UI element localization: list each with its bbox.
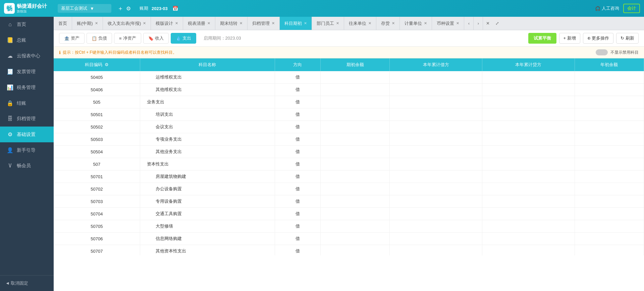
table-row[interactable]: 50701 房屋建筑物购建 借 — [54, 171, 644, 183]
cell-ytd-credit — [482, 71, 575, 84]
col-settings-icon[interactable]: ⚙ — [105, 62, 109, 67]
tab-unit[interactable]: 计量单位 ✕ — [400, 17, 432, 30]
sidebar-item-tax[interactable]: 📊 税务管理 — [0, 80, 54, 95]
project-selector[interactable]: 基层工会测试 ▼ — [58, 4, 111, 13]
sidebar-item-invoice[interactable]: 🧾 发票管理 — [0, 64, 54, 80]
cell-dir: 借 — [275, 183, 321, 195]
cell-code: 50504 — [54, 146, 140, 158]
table-container[interactable]: 科目编码 ⚙ 科目名称 方向 期初余额 本年累计借方 本年累计贷方 年初余额 5… — [54, 58, 644, 255]
table-row[interactable]: 50502 会议支出 借 — [54, 121, 644, 133]
cell-code: 50501 — [54, 108, 140, 121]
cell-year-opening — [575, 133, 644, 146]
refresh-button[interactable]: ↻ 刷新 — [616, 33, 639, 44]
close-icon[interactable]: ✕ — [392, 21, 395, 26]
cat-tab-liability[interactable]: 📋 负债 — [87, 33, 112, 44]
tab-currency[interactable]: 币种设置 ✕ — [432, 17, 464, 30]
col-year-opening: 年初余额 — [575, 58, 644, 71]
cell-name: 会议支出 — [140, 121, 275, 133]
logo-icon: 畅 — [4, 3, 15, 14]
tab-home[interactable]: 首页 — [54, 17, 72, 30]
tab-prev-btn[interactable]: ‹ — [464, 17, 474, 30]
more-button[interactable]: ⊕ 更多操作 — [583, 33, 614, 44]
table-row[interactable]: 50704 交通工具购置 借 — [54, 208, 644, 220]
sidebar-item-archive[interactable]: 🗄 归档管理 — [0, 111, 54, 127]
tab-midterm[interactable]: 账(中期) ✕ — [72, 17, 103, 30]
close-icon[interactable]: ✕ — [336, 21, 339, 26]
tab-dept[interactable]: 部门员工 ✕ — [312, 17, 344, 30]
cell-code: 50705 — [54, 220, 140, 233]
col-code: 科目编码 ⚙ — [54, 58, 140, 71]
cell-code: 50702 — [54, 183, 140, 195]
tab-close-all-btn[interactable]: ✕ — [483, 17, 492, 30]
user-badge[interactable]: 会计 — [623, 4, 640, 13]
category-action-row: 🏦 资产 📋 负债 ≡ 净资产 🔖 收入 💧 支出 — [54, 30, 644, 47]
cat-tab-expense[interactable]: 💧 支出 — [171, 33, 196, 44]
tab-archive[interactable]: 归档管理 ✕ — [248, 17, 280, 30]
cat-tab-asset[interactable]: 🏦 资产 — [59, 33, 85, 44]
close-icon[interactable]: ✕ — [175, 21, 178, 26]
close-icon[interactable]: ✕ — [368, 21, 371, 26]
sidebar-item-home[interactable]: ⌂ 首页 — [0, 17, 54, 32]
sidebar-label: 基础设置 — [17, 132, 36, 138]
cat-tab-netasset[interactable]: ≡ 净资产 — [114, 33, 141, 44]
help-button[interactable]: 🎧 人工咨询 — [595, 5, 619, 11]
sidebar-collapse-btn[interactable]: ◄ 取消固定 — [0, 275, 54, 291]
table-row[interactable]: 50702 办公设备购置 借 — [54, 183, 644, 195]
tab-annual[interactable]: 收入支出表(年报) ✕ — [103, 17, 151, 30]
settings-icon[interactable]: ⚙ — [126, 5, 131, 12]
calc-balance-button[interactable]: 试算平衡 — [528, 33, 556, 44]
cell-code: 507 — [54, 158, 140, 171]
table-row[interactable]: 50503 专项业务支出 借 — [54, 133, 644, 146]
tab-template[interactable]: 模版设计 ✕ — [151, 17, 183, 30]
close-icon[interactable]: ✕ — [272, 21, 275, 26]
calendar-icon[interactable]: 📅 — [172, 6, 178, 11]
table-row[interactable]: 50405 运维维权支出 借 — [54, 71, 644, 84]
hint-row: ℹ 提示：按Ctrl + F键并输入科目编码或者科目名称可以查找科目。 不显示禁… — [54, 47, 644, 58]
close-icon[interactable]: ✕ — [95, 21, 98, 26]
tab-subject-init[interactable]: 科目期初 ✕ — [280, 17, 312, 30]
cell-ytd-debit — [390, 96, 482, 108]
close-icon[interactable]: ✕ — [207, 21, 210, 26]
tab-counterparty[interactable]: 往来单位 ✕ — [344, 17, 376, 30]
toggle-switch[interactable] — [596, 49, 608, 55]
sidebar-item-ledger[interactable]: 📒 总账 — [0, 32, 54, 48]
sidebar-item-settings[interactable]: ⚙ 基础设置 — [0, 127, 54, 142]
table-row[interactable]: 505 业务支出 借 — [54, 96, 644, 108]
close-icon[interactable]: ✕ — [456, 21, 459, 26]
tab-tax[interactable]: 税表清册 ✕ — [183, 17, 215, 30]
sidebar-item-close[interactable]: 🔒 结账 — [0, 95, 54, 111]
sidebar-item-guide[interactable]: 👤 新手引导 — [0, 142, 54, 158]
sidebar-label: 新手引导 — [17, 147, 36, 153]
table-row[interactable]: 50703 专用设备购置 借 — [54, 195, 644, 208]
tab-next-btn[interactable]: › — [474, 17, 483, 30]
add-button[interactable]: + 新增 — [559, 33, 580, 44]
table-row[interactable]: 50705 大型修缮 借 — [54, 220, 644, 233]
cat-tab-income[interactable]: 🔖 收入 — [143, 33, 169, 44]
period-label: 账期 — [140, 5, 148, 11]
cell-year-opening — [575, 220, 644, 233]
cell-opening — [321, 146, 390, 158]
sidebar-item-member[interactable]: V 畅会员 — [0, 158, 54, 174]
table-row[interactable]: 50406 其他维权支出 借 — [54, 84, 644, 96]
cell-dir: 借 — [275, 146, 321, 158]
tax-icon: 📊 — [7, 84, 13, 91]
close-icon[interactable]: ✕ — [239, 21, 243, 26]
tab-expand-btn[interactable]: ⤢ — [492, 17, 502, 30]
table-row[interactable]: 50504 其他业务支出 借 — [54, 146, 644, 158]
cell-ytd-credit — [482, 171, 575, 183]
cell-opening — [321, 183, 390, 195]
sidebar-item-reports[interactable]: ☁ 云报表中心 — [0, 48, 54, 64]
main-content: 首页 账(中期) ✕ 收入支出表(年报) ✕ 模版设计 ✕ 税表清册 ✕ 期末结… — [54, 17, 644, 291]
close-icon[interactable]: ✕ — [424, 21, 427, 26]
add-project-icon[interactable]: ＋ — [117, 4, 123, 12]
table-row[interactable]: 50707 其他资本性支出 借 — [54, 245, 644, 256]
cell-year-opening — [575, 108, 644, 121]
tab-inventory[interactable]: 存货 ✕ — [376, 17, 400, 30]
table-row[interactable]: 50501 培训支出 借 — [54, 108, 644, 121]
tab-transfer[interactable]: 期末结转 ✕ — [215, 17, 248, 30]
close-icon[interactable]: ✕ — [304, 21, 307, 26]
cell-year-opening — [575, 233, 644, 245]
close-icon[interactable]: ✕ — [143, 21, 146, 26]
table-row[interactable]: 507 资本性支出 借 — [54, 158, 644, 171]
table-row[interactable]: 50706 信息网络购建 借 — [54, 233, 644, 245]
